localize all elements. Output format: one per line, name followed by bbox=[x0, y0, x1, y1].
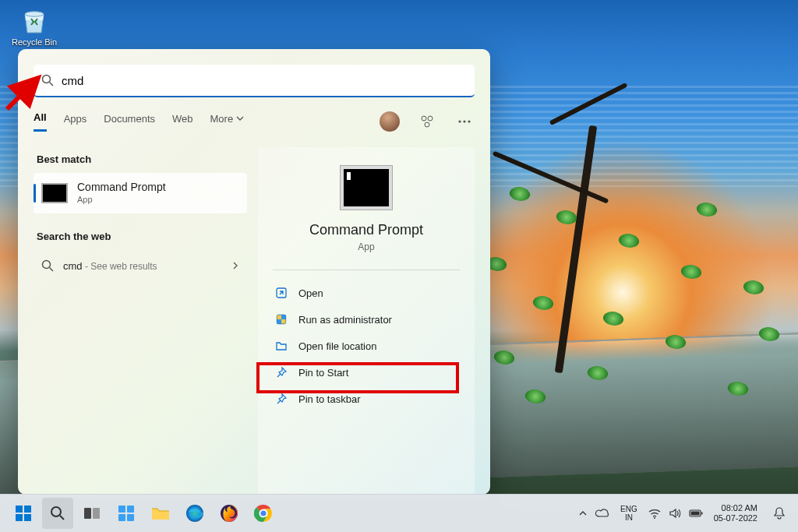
svg-rect-18 bbox=[277, 319, 282, 324]
detail-pane: Command Prompt App Open Run as administr… bbox=[258, 147, 475, 495]
task-view-button[interactable] bbox=[76, 498, 108, 529]
windows-logo-icon bbox=[15, 505, 32, 522]
svg-rect-22 bbox=[24, 514, 31, 521]
volume-icon[interactable] bbox=[669, 508, 681, 519]
section-best-match: Best match bbox=[37, 153, 247, 165]
svg-line-2 bbox=[7, 81, 35, 109]
taskbar-clock[interactable]: 08:02 AM 05-07-2022 bbox=[714, 503, 757, 523]
start-search-panel: All Apps Documents Web More Best match C… bbox=[18, 49, 490, 495]
svg-point-7 bbox=[425, 122, 429, 127]
taskbar: ENG IN 08:02 AM 05-07-2022 bbox=[0, 494, 798, 532]
action-pin-taskbar[interactable]: Pin to taskbar bbox=[275, 386, 457, 412]
result-title: Command Prompt bbox=[77, 181, 166, 195]
detail-title: Command Prompt bbox=[309, 222, 423, 238]
svg-rect-15 bbox=[277, 315, 282, 320]
svg-point-10 bbox=[468, 120, 470, 122]
open-icon bbox=[275, 287, 288, 299]
svg-line-12 bbox=[50, 268, 54, 272]
svg-rect-26 bbox=[93, 508, 100, 519]
recycle-bin-icon bbox=[17, 5, 51, 36]
pin-icon bbox=[275, 366, 288, 379]
bell-icon bbox=[772, 506, 786, 520]
svg-rect-39 bbox=[690, 512, 699, 516]
pin-icon bbox=[275, 393, 288, 405]
action-pin-taskbar-label: Pin to taskbar bbox=[298, 393, 361, 405]
svg-point-6 bbox=[428, 116, 433, 121]
notifications-button[interactable] bbox=[768, 502, 790, 524]
tab-documents[interactable]: Documents bbox=[104, 113, 155, 131]
svg-point-8 bbox=[458, 120, 461, 122]
chevron-right-icon bbox=[231, 260, 239, 272]
svg-rect-20 bbox=[24, 506, 31, 513]
action-open[interactable]: Open bbox=[275, 280, 457, 306]
search-tabs: All Apps Documents Web More bbox=[34, 111, 475, 132]
action-run-admin-label: Run as administrator bbox=[298, 314, 392, 326]
search-box[interactable] bbox=[34, 65, 475, 97]
recycle-bin[interactable]: Recycle Bin bbox=[8, 5, 61, 47]
wifi-icon[interactable] bbox=[648, 508, 661, 519]
language-indicator[interactable]: ENG IN bbox=[620, 505, 637, 522]
svg-point-23 bbox=[51, 507, 61, 516]
svg-line-4 bbox=[50, 83, 54, 86]
shield-icon bbox=[275, 313, 288, 326]
onedrive-icon[interactable] bbox=[595, 508, 609, 519]
detail-app-icon bbox=[341, 166, 392, 210]
edge-button[interactable] bbox=[179, 498, 210, 529]
svg-rect-16 bbox=[281, 319, 286, 324]
tab-more-label: More bbox=[210, 113, 234, 125]
web-hint: - See web results bbox=[83, 261, 157, 272]
tab-all[interactable]: All bbox=[34, 111, 47, 132]
battery-icon[interactable] bbox=[689, 509, 703, 518]
action-pin-start-label: Pin to Start bbox=[298, 367, 348, 379]
search-icon bbox=[41, 259, 54, 272]
web-query: cmd bbox=[63, 260, 83, 272]
svg-rect-30 bbox=[127, 514, 134, 521]
action-open-location[interactable]: Open file location bbox=[275, 333, 457, 359]
tab-apps[interactable]: Apps bbox=[64, 113, 87, 131]
command-prompt-icon bbox=[41, 183, 68, 203]
svg-point-0 bbox=[25, 12, 44, 16]
chrome-button[interactable] bbox=[248, 498, 279, 529]
annotation-arrow bbox=[4, 72, 44, 112]
svg-point-9 bbox=[463, 120, 465, 122]
svg-rect-38 bbox=[701, 513, 703, 515]
tab-web[interactable]: Web bbox=[172, 113, 193, 131]
firefox-button[interactable] bbox=[214, 498, 245, 529]
action-pin-start[interactable]: Pin to Start bbox=[275, 359, 457, 386]
recycle-bin-label: Recycle Bin bbox=[12, 37, 57, 47]
clock-time: 08:02 AM bbox=[722, 503, 757, 513]
svg-rect-21 bbox=[16, 514, 23, 521]
options-icon[interactable] bbox=[454, 111, 475, 132]
svg-rect-25 bbox=[84, 508, 91, 519]
firefox-icon bbox=[220, 504, 238, 523]
svg-point-5 bbox=[422, 116, 426, 121]
chevron-up-icon[interactable] bbox=[578, 509, 588, 518]
folder-icon bbox=[151, 506, 170, 521]
desktop[interactable]: Recycle Bin All Apps Documents Web More … bbox=[0, 0, 798, 532]
chrome-icon bbox=[254, 504, 273, 523]
widgets-icon bbox=[118, 505, 135, 522]
widgets-button[interactable] bbox=[111, 498, 142, 529]
svg-rect-27 bbox=[118, 506, 125, 513]
search-button[interactable] bbox=[42, 498, 73, 529]
file-explorer-button[interactable] bbox=[145, 498, 176, 529]
svg-line-24 bbox=[60, 516, 64, 520]
search-input[interactable] bbox=[60, 73, 467, 88]
action-run-admin[interactable]: Run as administrator bbox=[275, 306, 457, 333]
svg-point-11 bbox=[43, 261, 51, 269]
tab-more[interactable]: More bbox=[210, 113, 244, 131]
result-subtitle: App bbox=[77, 195, 166, 206]
start-button[interactable] bbox=[8, 498, 39, 529]
svg-point-36 bbox=[654, 517, 655, 519]
chevron-down-icon bbox=[236, 115, 244, 122]
lang-bottom: IN bbox=[625, 513, 633, 522]
result-command-prompt[interactable]: Command Prompt App bbox=[34, 173, 247, 213]
detail-separator bbox=[273, 270, 459, 270]
web-result-cmd[interactable]: cmd - See web results bbox=[34, 250, 247, 281]
results-column: Best match Command Prompt App Search the… bbox=[18, 136, 247, 495]
rewards-icon[interactable] bbox=[417, 111, 437, 132]
svg-rect-19 bbox=[16, 506, 23, 513]
action-open-label: Open bbox=[298, 287, 323, 299]
user-avatar[interactable] bbox=[380, 111, 400, 132]
folder-icon bbox=[275, 340, 288, 352]
